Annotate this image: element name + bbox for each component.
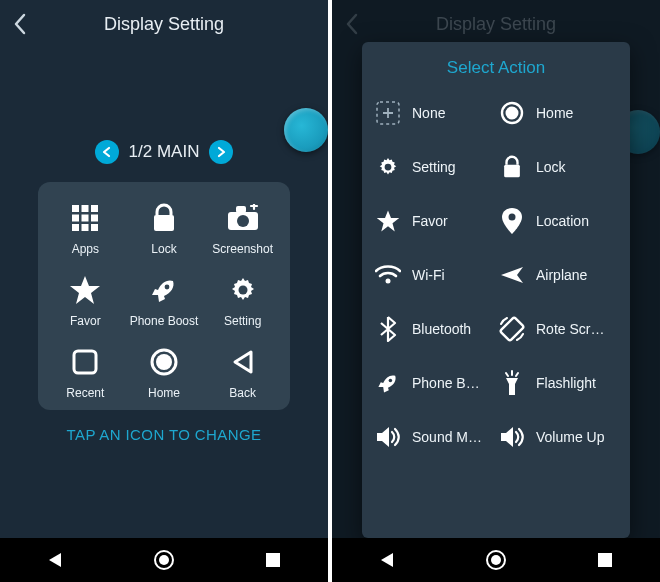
grid-item-home[interactable]: Home (125, 344, 204, 400)
svg-rect-1 (82, 205, 89, 212)
none-icon (374, 99, 402, 127)
svg-rect-3 (72, 215, 79, 222)
action-setting[interactable]: Setting (374, 148, 498, 186)
svg-point-11 (237, 215, 249, 227)
grid-item-label: Home (148, 386, 180, 400)
action-label: Flashlight (536, 375, 596, 391)
svg-point-24 (385, 164, 392, 171)
action-label: Wi-Fi (412, 267, 445, 283)
action-rotate-screen[interactable]: Rote Scr… (498, 310, 622, 348)
action-location[interactable]: Location (498, 202, 622, 240)
svg-rect-5 (91, 215, 98, 222)
location-icon (498, 207, 526, 235)
grid-item-phone-boost[interactable]: Phone Boost (125, 272, 204, 328)
action-none[interactable]: None (374, 94, 498, 132)
nav-home-button[interactable] (153, 549, 175, 571)
home-icon (498, 99, 526, 127)
action-label: Sound M… (412, 429, 482, 445)
grid-item-apps[interactable]: Apps (46, 200, 125, 256)
action-volume-up[interactable]: Volume Up (498, 418, 622, 456)
svg-point-19 (159, 555, 169, 565)
action-label: Rote Scr… (536, 321, 604, 337)
shortcut-grid: Apps Lock Screenshot Favor Phone Boost (38, 182, 290, 410)
action-home[interactable]: Home (498, 94, 622, 132)
pager-label: 1/2 MAIN (129, 142, 200, 162)
gear-icon (225, 272, 261, 308)
svg-point-14 (238, 286, 247, 295)
lock-icon (498, 153, 526, 181)
action-label: Favor (412, 213, 448, 229)
grid-item-recent[interactable]: Recent (46, 344, 125, 400)
action-wifi[interactable]: Wi-Fi (374, 256, 498, 294)
action-flashlight[interactable]: Flashlight (498, 364, 622, 402)
action-label: Bluetooth (412, 321, 471, 337)
flashlight-icon (498, 369, 526, 397)
action-list: None Home Setting Lock (362, 94, 630, 456)
grid-item-back[interactable]: Back (203, 344, 282, 400)
action-airplane[interactable]: Airplane (498, 256, 622, 294)
action-label: None (412, 105, 445, 121)
svg-rect-12 (236, 206, 246, 213)
action-label: Airplane (536, 267, 587, 283)
rotate-icon (498, 315, 526, 343)
volume-up-icon (498, 423, 526, 451)
assistive-touch-dot[interactable] (284, 108, 328, 152)
svg-point-13 (165, 285, 170, 290)
svg-rect-9 (154, 215, 174, 231)
grid-item-label: Setting (224, 314, 261, 328)
pager-prev-button[interactable] (95, 140, 119, 164)
action-label: Setting (412, 159, 456, 175)
svg-point-27 (386, 279, 391, 284)
svg-rect-0 (72, 205, 79, 212)
pager-next-button[interactable] (209, 140, 233, 164)
wifi-icon (374, 261, 402, 289)
action-sound-mode[interactable]: Sound M… (374, 418, 498, 456)
grid-item-favor[interactable]: Favor (46, 272, 125, 328)
grid-item-setting[interactable]: Setting (203, 272, 282, 328)
grid-item-label: Phone Boost (130, 314, 199, 328)
page-title: Display Setting (8, 14, 320, 35)
nav-home-button[interactable] (485, 549, 507, 571)
action-label: Location (536, 213, 589, 229)
action-favor[interactable]: Favor (374, 202, 498, 240)
select-action-dialog: Select Action None Home Setting (362, 42, 630, 538)
action-label: Volume Up (536, 429, 604, 445)
dialog-title: Select Action (362, 42, 630, 94)
phone-left: Display Setting 1/2 MAIN Apps (0, 0, 328, 582)
apps-icon (67, 200, 103, 236)
rocket-icon (374, 369, 402, 397)
back-icon (225, 344, 261, 380)
grid-item-lock[interactable]: Lock (125, 200, 204, 256)
action-label: Phone B… (412, 375, 480, 391)
lock-icon (146, 200, 182, 236)
svg-point-26 (509, 214, 516, 221)
grid-item-screenshot[interactable]: Screenshot (203, 200, 282, 256)
recent-icon (67, 344, 103, 380)
header: Display Setting (0, 0, 328, 48)
bluetooth-icon (374, 315, 402, 343)
android-navbar (0, 538, 328, 582)
gear-icon (374, 153, 402, 181)
action-lock[interactable]: Lock (498, 148, 622, 186)
rocket-icon (146, 272, 182, 308)
nav-recent-button[interactable] (262, 549, 284, 571)
svg-rect-8 (91, 224, 98, 231)
svg-rect-7 (82, 224, 89, 231)
pager: 1/2 MAIN (0, 140, 328, 164)
svg-point-17 (156, 354, 172, 370)
star-icon (67, 272, 103, 308)
svg-rect-6 (72, 224, 79, 231)
svg-rect-2 (91, 205, 98, 212)
nav-back-button[interactable] (44, 549, 66, 571)
action-label: Home (536, 105, 573, 121)
nav-back-button[interactable] (376, 549, 398, 571)
svg-rect-4 (82, 215, 89, 222)
action-bluetooth[interactable]: Bluetooth (374, 310, 498, 348)
svg-point-23 (506, 107, 519, 120)
svg-rect-15 (74, 351, 96, 373)
nav-recent-button[interactable] (594, 549, 616, 571)
svg-rect-32 (598, 553, 612, 567)
grid-item-label: Favor (70, 314, 101, 328)
hint-text: TAP AN ICON TO CHANGE (0, 426, 328, 443)
action-phone-boost[interactable]: Phone B… (374, 364, 498, 402)
